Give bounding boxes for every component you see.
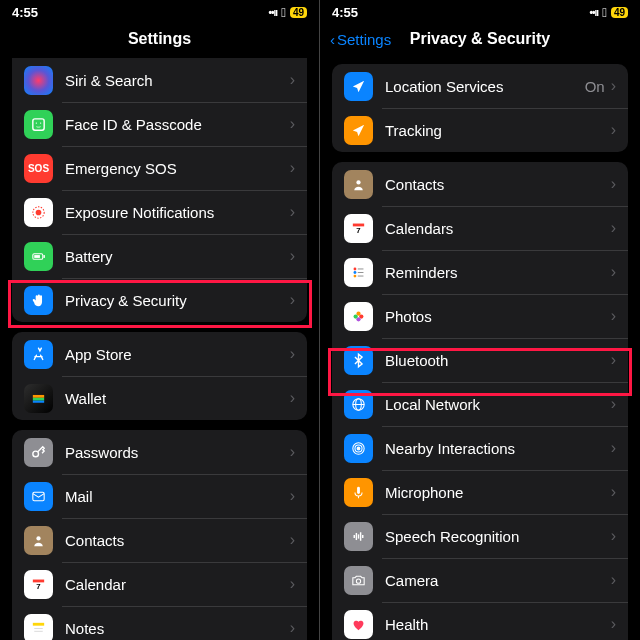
row-privacy-security[interactable]: Privacy & Security › (12, 278, 307, 322)
svg-rect-8 (33, 394, 44, 397)
battery-icon (24, 242, 53, 271)
row-calendar[interactable]: 7 Calendar › (12, 562, 307, 606)
row-label: Passwords (65, 444, 290, 461)
row-label: Camera (385, 572, 611, 589)
chevron-right-icon: › (290, 247, 295, 265)
row-siri[interactable]: Siri & Search › (12, 58, 307, 102)
chevron-right-icon: › (290, 531, 295, 549)
row-notes[interactable]: Notes › (12, 606, 307, 640)
row-reminders[interactable]: Reminders › (332, 250, 628, 294)
chevron-right-icon: › (290, 291, 295, 309)
chevron-right-icon: › (290, 71, 295, 89)
row-tracking[interactable]: Tracking › (332, 108, 628, 152)
svg-rect-0 (33, 118, 44, 129)
row-label: Siri & Search (65, 72, 290, 89)
row-appstore[interactable]: App Store › (12, 332, 307, 376)
svg-point-28 (354, 267, 357, 270)
row-label: Location Services (385, 78, 585, 95)
row-label: Calendar (65, 576, 290, 593)
row-camera[interactable]: Camera › (332, 558, 628, 602)
nav-title: Privacy & Security (410, 30, 551, 48)
row-wallet[interactable]: Wallet › (12, 376, 307, 420)
svg-rect-10 (33, 400, 44, 402)
svg-point-29 (354, 271, 357, 274)
svg-text:7: 7 (356, 226, 360, 235)
chevron-right-icon: › (290, 159, 295, 177)
svg-point-13 (36, 536, 40, 540)
chevron-right-icon: › (290, 389, 295, 407)
network-icon (344, 390, 373, 419)
chevron-right-icon: › (290, 115, 295, 133)
nav-title: Settings (128, 30, 191, 48)
row-label: Health (385, 616, 611, 633)
row-microphone[interactable]: Microphone › (332, 470, 628, 514)
row-photos[interactable]: Photos › (332, 294, 628, 338)
svg-rect-6 (43, 255, 44, 258)
row-mail[interactable]: Mail › (12, 474, 307, 518)
wifi-icon: 􀙇 (281, 5, 286, 20)
bluetooth-icon (344, 346, 373, 375)
nearby-icon (344, 434, 373, 463)
row-nearby[interactable]: Nearby Interactions › (332, 426, 628, 470)
appstore-icon (24, 340, 53, 369)
chevron-right-icon: › (290, 203, 295, 221)
notes-icon (24, 614, 53, 641)
row-battery[interactable]: Battery › (12, 234, 307, 278)
chevron-right-icon: › (290, 575, 295, 593)
key-icon (24, 438, 53, 467)
row-contacts[interactable]: Contacts › (12, 518, 307, 562)
chevron-right-icon: › (611, 263, 616, 281)
chevron-right-icon: › (611, 121, 616, 139)
contacts-icon (24, 526, 53, 555)
sos-icon: SOS (24, 154, 53, 183)
faceid-icon (24, 110, 53, 139)
nav-back-button[interactable]: ‹ Settings (330, 31, 391, 48)
row-label: Local Network (385, 396, 611, 413)
row-detail: On (585, 78, 605, 95)
row-label: Speech Recognition (385, 528, 611, 545)
svg-point-41 (357, 447, 360, 450)
chevron-right-icon: › (611, 571, 616, 589)
privacy-list[interactable]: Location Services On › Tracking › Contac… (320, 54, 640, 640)
settings-group-general: Siri & Search › Face ID & Passcode › SOS… (12, 58, 307, 322)
chevron-right-icon: › (611, 77, 616, 95)
row-label: Exposure Notifications (65, 204, 290, 221)
settings-screen: 4:55 ••ıı 􀙇 49 Settings Siri & Search › … (0, 0, 320, 640)
settings-group-store: App Store › Wallet › (12, 332, 307, 420)
status-time: 4:55 (12, 5, 38, 20)
signal-icon: ••ıı (590, 7, 599, 18)
row-label: Contacts (65, 532, 290, 549)
row-faceid[interactable]: Face ID & Passcode › (12, 102, 307, 146)
row-bluetooth[interactable]: Bluetooth › (332, 338, 628, 382)
svg-point-2 (40, 122, 41, 123)
svg-point-37 (354, 314, 358, 318)
svg-point-25 (356, 180, 360, 184)
row-speech[interactable]: Speech Recognition › (332, 514, 628, 558)
row-health[interactable]: Health › (332, 602, 628, 640)
row-sos[interactable]: SOS Emergency SOS › (12, 146, 307, 190)
svg-rect-7 (34, 255, 40, 258)
row-contacts[interactable]: Contacts › (332, 162, 628, 206)
row-label: Wallet (65, 390, 290, 407)
battery-icon: 49 (611, 7, 628, 18)
privacy-security-screen: 4:55 ••ıı 􀙇 49 ‹ Settings Privacy & Secu… (320, 0, 640, 640)
row-label: Reminders (385, 264, 611, 281)
settings-list[interactable]: Siri & Search › Face ID & Passcode › SOS… (0, 54, 319, 640)
row-passwords[interactable]: Passwords › (12, 430, 307, 474)
row-label: App Store (65, 346, 290, 363)
row-location-services[interactable]: Location Services On › (332, 64, 628, 108)
reminders-icon (344, 258, 373, 287)
row-calendars[interactable]: 7 Calendars › (332, 206, 628, 250)
settings-group-apps: Passwords › Mail › Contacts › 7 Calendar… (12, 430, 307, 640)
nav-back-label: Settings (337, 31, 391, 48)
battery-icon: 49 (290, 7, 307, 18)
chevron-right-icon: › (611, 351, 616, 369)
row-label: Tracking (385, 122, 611, 139)
row-local-network[interactable]: Local Network › (332, 382, 628, 426)
status-bar: 4:55 ••ıı 􀙇 49 (320, 0, 640, 24)
signal-icon: ••ıı (269, 7, 278, 18)
privacy-group-data: Contacts › 7 Calendars › Reminders › Pho… (332, 162, 628, 640)
row-exposure[interactable]: Exposure Notifications › (12, 190, 307, 234)
chevron-right-icon: › (611, 175, 616, 193)
svg-rect-12 (33, 492, 44, 501)
